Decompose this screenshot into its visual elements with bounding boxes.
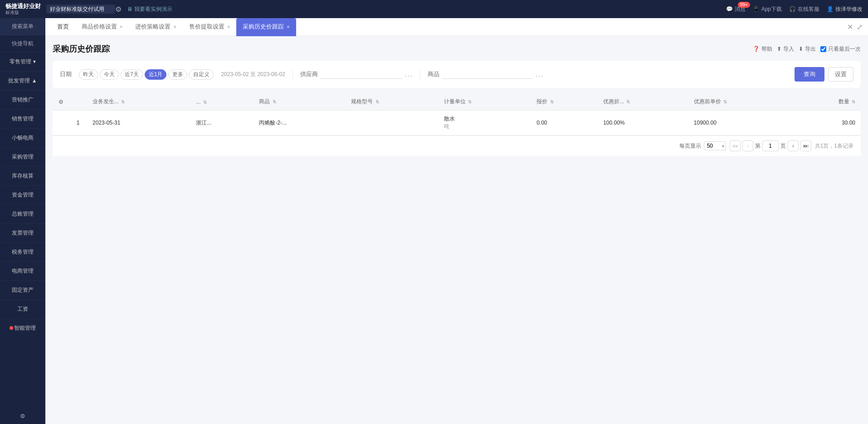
supplier-dots[interactable]: ... (405, 71, 413, 78)
tab-cost-strategy-label: 进价策略设置 (135, 23, 171, 31)
sidebar-item-retail[interactable]: 零售管理 ▾ (0, 52, 45, 71)
pag-page-label: 第 (755, 142, 761, 150)
col-unit[interactable]: 计量单位 ⇅ (439, 93, 531, 111)
tab-cost-strategy-close[interactable]: × (173, 24, 176, 29)
row-extra: 浙江... (190, 111, 254, 135)
date-7days-btn[interactable]: 近7天 (121, 69, 143, 80)
date-filter-btns: 昨天 今天 近7天 近1月 更多 自定义 (79, 69, 214, 80)
col-price[interactable]: 报价 ⇅ (531, 93, 598, 111)
pag-page-input[interactable] (762, 140, 779, 151)
pagination-total-info: 共1页，1条记录 (815, 142, 853, 150)
sidebar-quicknav[interactable]: 快捷导航 (0, 35, 45, 52)
date-range-display: 2023-05-02 至 2023-06-02 (221, 71, 285, 78)
sidebar-item-sales[interactable]: 销售管理 (0, 109, 45, 128)
sidebar-item-payroll[interactable]: 工资 (0, 299, 45, 318)
col-goods[interactable]: 商品 ⇅ (254, 93, 346, 111)
indicator-dot: 智能管理 (10, 324, 36, 332)
date-yesterday-btn[interactable]: 昨天 (79, 69, 98, 80)
import-btn[interactable]: ⬆ 导入 (777, 45, 794, 53)
logo-sub: 标准版 (5, 10, 41, 15)
tab-price-settings-close[interactable]: × (120, 24, 122, 29)
tab-expand-btn[interactable]: ⤢ (857, 23, 863, 31)
sidebar-item-ai[interactable]: 智能管理 (0, 318, 45, 337)
version-select[interactable]: 好业财标准版交付试用 (46, 5, 115, 14)
col-extra[interactable]: ... ⇅ (190, 93, 254, 111)
col-unit-price[interactable]: 优惠前单价 ⇅ (688, 93, 794, 111)
tab-price-settings[interactable]: 商品价格设置 × (75, 18, 129, 36)
only-last-checkbox[interactable] (820, 46, 826, 52)
row-price: 0.00 (531, 111, 598, 135)
pag-next-btn[interactable]: › (788, 140, 799, 151)
tab-cost-strategy[interactable]: 进价策略设置 × (129, 18, 182, 36)
tab-home-label: 首页 (57, 23, 69, 31)
tab-home[interactable]: 首页 (51, 18, 75, 36)
tab-price-extract[interactable]: 售价提取设置 × (183, 18, 236, 36)
sidebar-item-ledger[interactable]: 总账管理 (0, 204, 45, 223)
sidebar-search[interactable]: 搜索菜单 (0, 18, 45, 35)
only-last-checkbox-wrapper[interactable]: 只看最后一次 (820, 45, 861, 53)
sidebar-bottom-settings[interactable]: ⚙ (0, 408, 45, 424)
filter-settings-btn[interactable]: 设置 (828, 67, 853, 82)
help-btn[interactable]: ❓ 帮助 (753, 45, 772, 53)
export-btn[interactable]: ⬇ 导出 (799, 45, 816, 53)
sidebar-item-purchase[interactable]: 采购管理 (0, 147, 45, 166)
tab-price-settings-label: 商品价格设置 (82, 23, 117, 31)
pag-last-btn[interactable]: ⏭ (800, 140, 811, 151)
query-btn[interactable]: 查询 (795, 67, 824, 82)
pag-first-btn[interactable]: ⏮ (730, 140, 741, 151)
col-spec[interactable]: 规格型号 ⇅ (346, 93, 438, 111)
wholesale-label: 批发管理 ▲ (8, 77, 37, 85)
per-page-wrapper: 每页显示 50 10 20 100 ▾ (679, 141, 726, 150)
data-table: ⚙ 业务发生... ⇅ ... ⇅ (53, 93, 861, 135)
online-service-action[interactable]: 🎧 在线客服 (789, 5, 819, 13)
row-unit-price: 10900.00 (688, 111, 794, 135)
date-today-btn[interactable]: 今天 (100, 69, 119, 80)
app-download-action[interactable]: 📱 App下载 (753, 5, 782, 13)
sidebar-item-invoice[interactable]: 发票管理 (0, 223, 45, 242)
sort-discount-icon: ⇅ (626, 99, 630, 104)
tab-purchase-history[interactable]: 采购历史价跟踪 × (236, 18, 296, 36)
col-discount[interactable]: 优惠折... ⇅ (598, 93, 688, 111)
per-page-select[interactable]: 50 10 20 100 (704, 141, 726, 150)
settings-gear-icon[interactable]: ⚙ (115, 5, 122, 14)
col-qty[interactable]: 数量 ⇅ (794, 93, 861, 111)
ecommerce-label: 电商管理 (12, 267, 34, 275)
pagination-nav: ⏮ ‹ 第 页 › ⏭ (730, 140, 811, 151)
demo-link[interactable]: 🖥 我要看实例演示 (127, 5, 172, 13)
sort-unit-icon: ⇅ (468, 99, 472, 104)
col-date[interactable]: 业务发生... ⇅ (87, 93, 190, 111)
version-wrapper[interactable]: 好业财标准版交付试用 ▾ (46, 5, 110, 14)
goods-dots[interactable]: ... (536, 71, 544, 78)
tab-price-extract-close[interactable]: × (227, 24, 230, 29)
invoice-label: 发票管理 (12, 229, 34, 237)
marketing-label: 营销推广 (12, 96, 34, 104)
date-custom-btn[interactable]: 自定义 (189, 69, 214, 80)
sidebar-item-ecommerce[interactable]: 电商管理 (0, 261, 45, 280)
sidebar-item-tax[interactable]: 税务管理 (0, 242, 45, 261)
page-header: 采购历史价跟踪 ❓ 帮助 ⬆ 导入 ⬇ 导出 (53, 43, 861, 54)
pag-prev-btn[interactable]: ‹ (742, 140, 753, 151)
pagination-bar: 每页显示 50 10 20 100 ▾ ⏮ ‹ 第 (53, 135, 861, 156)
message-action[interactable]: 💬 消息 99+ (726, 5, 746, 13)
gear-icon[interactable]: ⚙ (59, 99, 63, 105)
table-container: ⚙ 业务发生... ⇅ ... ⇅ (53, 93, 861, 135)
filter-actions: 查询 设置 (795, 67, 853, 82)
monitor-icon: 🖥 (127, 6, 132, 12)
sidebar-item-marketing[interactable]: 营销推广 (0, 90, 45, 109)
message-badge: 99+ (738, 2, 750, 8)
sidebar-item-ecommerce-small[interactable]: 小畅电商 (0, 128, 45, 147)
tab-close-all-btn[interactable]: ✕ (847, 23, 853, 31)
goods-input[interactable] (442, 70, 533, 79)
sidebar-item-finance[interactable]: 资金管理 (0, 185, 45, 204)
col-price-label: 报价 (536, 98, 547, 105)
sidebar-item-fixed-assets[interactable]: 固定资产 (0, 280, 45, 299)
user-menu[interactable]: 👤 徐泽华修改 (827, 5, 863, 13)
supplier-input[interactable] (321, 70, 402, 79)
sidebar-item-wholesale[interactable]: 批发管理 ▲ (0, 71, 45, 90)
date-more-btn[interactable]: 更多 (168, 69, 187, 80)
date-1month-btn[interactable]: 近1月 (145, 69, 167, 80)
export-icon: ⬇ (799, 46, 803, 52)
sidebar-item-inventory[interactable]: 库存核算 (0, 166, 45, 185)
tab-purchase-history-close[interactable]: × (287, 24, 289, 29)
demo-label: 我要看实例演示 (134, 5, 172, 13)
